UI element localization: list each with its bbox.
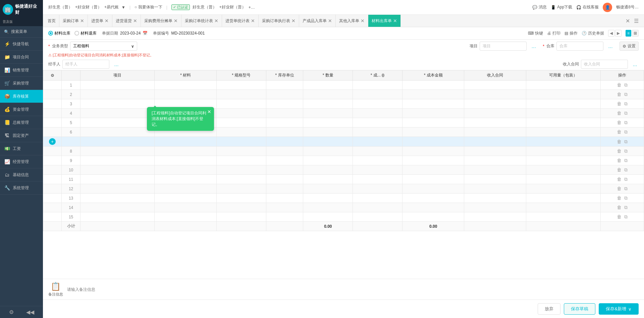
tab-material-outbound[interactable]: 材料出库单 ✕ xyxy=(368,15,401,27)
row-cost-amt-7[interactable] xyxy=(402,137,464,147)
project-dots-btn[interactable]: … xyxy=(530,43,537,50)
tab-close-inbound-stat[interactable]: ✕ xyxy=(251,18,255,23)
row-unit-6[interactable] xyxy=(266,127,303,137)
history-btn[interactable]: 🕐 历史单据 xyxy=(582,31,604,36)
next-btn[interactable]: ▶ xyxy=(615,30,622,37)
row-contract-14[interactable] xyxy=(464,203,526,212)
row-qty-14[interactable] xyxy=(303,203,353,212)
row-delete-12[interactable]: 🗑 xyxy=(616,185,622,192)
row-delete-15[interactable]: 🗑 xyxy=(616,213,622,220)
row-ops-9[interactable]: 🗑 ⧉ xyxy=(600,156,644,165)
row-unit-10[interactable] xyxy=(266,165,303,175)
row-spec-11[interactable] xyxy=(216,175,266,184)
row-cost-2[interactable] xyxy=(353,90,402,99)
tab-inbound-stat[interactable]: 进货单统计表 ✕ xyxy=(222,15,259,27)
income-contract-input[interactable]: 收入合同 xyxy=(581,60,628,69)
settings-icon[interactable]: ⚙ xyxy=(9,309,14,315)
user-avatar[interactable]: 👤 xyxy=(603,3,612,12)
table-row[interactable]: 6 🗑 ⧉ xyxy=(43,127,644,137)
row-qty-12[interactable] xyxy=(303,184,353,194)
row-project-10[interactable] xyxy=(80,165,155,175)
topbar-nav-good-biz[interactable]: 好生意（普） xyxy=(48,4,72,10)
row-copy-8[interactable]: ⧉ xyxy=(624,148,628,154)
topbar-nav-agent[interactable]: +易代账 xyxy=(104,4,119,10)
service-btn[interactable]: 🎧 在线客服 xyxy=(576,4,599,10)
topbar-nav-good-biz2[interactable]: 好生意（普） xyxy=(193,4,217,10)
row-spec-6[interactable] xyxy=(216,127,266,137)
row-material-1[interactable] xyxy=(155,81,217,90)
row-usable-15[interactable] xyxy=(526,212,601,222)
row-delete-4[interactable]: 🗑 xyxy=(616,110,622,116)
row-material-13[interactable] xyxy=(155,194,217,203)
sidebar-item-finance[interactable]: 💰资金管理 xyxy=(0,103,43,116)
row-contract-10[interactable] xyxy=(464,165,526,175)
sidebar-item-inventory[interactable]: 📦库存核算 xyxy=(0,90,43,103)
tab-other-inbound[interactable]: 其他入库单 ✕ xyxy=(336,15,368,27)
row-material-10[interactable] xyxy=(155,165,217,175)
row-cost-12[interactable] xyxy=(353,184,402,194)
row-spec-12[interactable] xyxy=(216,184,266,194)
row-unit-4[interactable] xyxy=(266,109,303,118)
table-row[interactable]: 13 🗑 ⧉ xyxy=(43,194,644,203)
row-cost-3[interactable] xyxy=(353,99,402,109)
row-unit-2[interactable] xyxy=(266,90,303,99)
row-cost-amt-2[interactable] xyxy=(402,90,464,99)
handler-dots-btn[interactable]: … xyxy=(113,61,120,68)
row-contract-8[interactable] xyxy=(464,147,526,156)
ops-btn[interactable]: ▤ 操作 xyxy=(565,31,578,36)
row-usable-3[interactable] xyxy=(526,99,601,109)
row-copy-1[interactable]: ⧉ xyxy=(624,82,628,88)
row-delete-14[interactable]: 🗑 xyxy=(616,204,622,211)
row-cost-8[interactable] xyxy=(353,147,402,156)
row-cost-amt-13[interactable] xyxy=(402,194,464,203)
row-material-14[interactable] xyxy=(155,203,217,212)
layout-single-btn[interactable]: ≡ xyxy=(626,30,631,37)
row-cost-amt-14[interactable] xyxy=(402,203,464,212)
row-spec-8[interactable] xyxy=(216,147,266,156)
row-settings-6[interactable] xyxy=(43,127,62,137)
row-cost-amt-12[interactable] xyxy=(402,184,464,194)
row-ops-13[interactable]: 🗑 ⧉ xyxy=(600,194,644,203)
row-delete-5[interactable]: 🗑 xyxy=(616,119,622,126)
table-row[interactable]: 11 🗑 ⧉ xyxy=(43,175,644,184)
row-project-9[interactable] xyxy=(80,156,155,165)
row-copy-3[interactable]: ⧉ xyxy=(624,100,628,107)
row-ops-10[interactable]: 🗑 ⧉ xyxy=(600,165,644,175)
row-usable-4[interactable] xyxy=(526,109,601,118)
row-qty-13[interactable] xyxy=(303,194,353,203)
table-row[interactable]: 15 🗑 ⧉ xyxy=(43,212,644,222)
row-usable-11[interactable] xyxy=(526,175,601,184)
row-copy-6[interactable]: ⧉ xyxy=(624,128,628,135)
table-row[interactable]: 3 🗑 ⧉ xyxy=(43,99,644,109)
tab-close-inbound-return[interactable]: ✕ xyxy=(133,18,137,23)
row-unit-15[interactable] xyxy=(266,212,303,222)
row-ops-1[interactable]: 🗑 ⧉ xyxy=(600,81,644,90)
row-usable-1[interactable] xyxy=(526,81,601,90)
row-cost-11[interactable] xyxy=(353,175,402,184)
row-project-1[interactable] xyxy=(80,81,155,90)
row-cost-6[interactable] xyxy=(353,127,402,137)
tabbar-more-btn[interactable]: ☰ xyxy=(633,17,640,25)
row-contract-12[interactable] xyxy=(464,184,526,194)
row-usable-14[interactable] xyxy=(526,203,601,212)
row-qty-2[interactable] xyxy=(303,90,353,99)
sidebar-item-sys-mgmt[interactable]: 🔧系统管理 xyxy=(0,181,43,195)
row-ops-14[interactable]: 🗑 ⧉ xyxy=(600,203,644,212)
project-input[interactable]: 项目 xyxy=(480,42,527,51)
row-contract-9[interactable] xyxy=(464,156,526,165)
row-cost-10[interactable] xyxy=(353,165,402,175)
row-contract-1[interactable] xyxy=(464,81,526,90)
tab-close-product-inbound[interactable]: ✕ xyxy=(328,18,332,23)
row-ops-12[interactable]: 🗑 ⧉ xyxy=(600,184,644,194)
row-delete-10[interactable]: 🗑 xyxy=(616,166,622,173)
row-copy-13[interactable]: ⧉ xyxy=(624,195,628,201)
row-material-9[interactable] xyxy=(155,156,217,165)
table-row[interactable]: + 🗑 ⧉ xyxy=(43,137,644,147)
row-qty-8[interactable] xyxy=(303,147,353,156)
row-usable-10[interactable] xyxy=(526,165,601,175)
row-copy-15[interactable]: ⧉ xyxy=(624,213,628,220)
row-settings-4[interactable] xyxy=(43,109,62,118)
tab-inbound[interactable]: 进货单 ✕ xyxy=(88,15,112,27)
row-delete-3[interactable]: 🗑 xyxy=(616,100,622,107)
topbar-nav-task[interactable]: ○ 我要体验一下 xyxy=(135,4,162,10)
